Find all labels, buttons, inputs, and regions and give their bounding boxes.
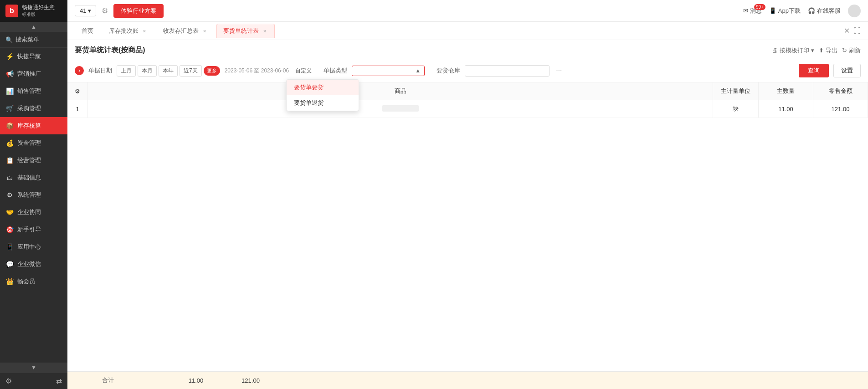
message-action[interactable]: ✉ 消息 99+ bbox=[743, 7, 762, 15]
print-icon: 🖨 bbox=[772, 47, 778, 54]
app-download-icon: 📱 bbox=[769, 7, 776, 14]
last-7-days-btn[interactable]: 近7天 bbox=[180, 65, 202, 77]
sidebar-item-label: 资金管理 bbox=[17, 139, 41, 147]
tab-expand-icon[interactable]: ⛶ bbox=[853, 27, 861, 35]
sidebar-item-basic-info[interactable]: 🗂 基础信息 bbox=[0, 169, 67, 186]
footer-values: 11.00 121.00 bbox=[114, 377, 278, 384]
store-selector[interactable]: 41 ▾ bbox=[75, 5, 96, 16]
sidebar-item-finance[interactable]: 💰 资金管理 bbox=[0, 134, 67, 152]
th-unit: 主计量单位 bbox=[713, 82, 759, 100]
tab-order-stats-close[interactable]: × bbox=[262, 28, 268, 34]
this-year-btn[interactable]: 本年 bbox=[159, 65, 178, 77]
print-btn[interactable]: 🖨 按模板打印 ▾ bbox=[772, 46, 814, 55]
sidebar-item-label: 新手引导 bbox=[17, 225, 41, 234]
print-label: 按模板打印 bbox=[780, 46, 809, 55]
sidebar-item-membership[interactable]: 👑 畅会员 bbox=[0, 273, 67, 290]
more-dates-btn[interactable]: 更多 bbox=[204, 66, 220, 76]
tab-stock-batch-close[interactable]: × bbox=[141, 28, 148, 34]
sidebar-item-wechat[interactable]: 💬 企业微信 bbox=[0, 256, 67, 273]
app-download-label: App下载 bbox=[778, 7, 801, 15]
type-select-chevron-icon[interactable]: ▲ bbox=[415, 67, 421, 74]
sidebar-item-label: 经营管理 bbox=[17, 156, 41, 164]
date-filter-label: 单据日期 bbox=[88, 67, 112, 75]
cell-num: 1 bbox=[67, 100, 88, 118]
tab-home[interactable]: 首页 bbox=[75, 24, 100, 38]
dropdown-item-return[interactable]: 要货单退货 bbox=[287, 95, 359, 111]
tab-bar-actions: ✕ ⛶ bbox=[844, 26, 861, 35]
sidebar-item-quick-nav[interactable]: ⚡ 快捷导航 bbox=[0, 48, 67, 65]
quick-nav-icon: ⚡ bbox=[5, 52, 14, 61]
avatar[interactable] bbox=[848, 5, 861, 17]
export-label: 导出 bbox=[826, 46, 837, 55]
header-right: ✉ 消息 99+ 📱 App下载 🎧 在线客服 bbox=[743, 5, 861, 17]
sidebar-item-sales[interactable]: 📊 销售管理 bbox=[0, 82, 67, 100]
inventory-icon: 📦 bbox=[5, 122, 14, 130]
online-service-action[interactable]: 🎧 在线客服 bbox=[808, 7, 841, 15]
column-settings-icon[interactable]: ⚙ bbox=[75, 88, 80, 95]
sidebar-search[interactable]: 🔍 搜索菜单 bbox=[0, 32, 67, 48]
app-download-action[interactable]: 📱 App下载 bbox=[769, 7, 801, 15]
sidebar-scroll-down[interactable]: ▼ bbox=[0, 363, 67, 373]
sidebar-item-app-center[interactable]: 📱 应用中心 bbox=[0, 238, 67, 256]
enterprise-icon: 🤝 bbox=[5, 208, 14, 216]
footer-quantity: 11.00 bbox=[169, 377, 223, 384]
sidebar-item-marketing[interactable]: 📢 营销推广 bbox=[0, 65, 67, 82]
tab-stock-batch[interactable]: 库存批次账 × bbox=[102, 24, 154, 38]
footer-amount: 121.00 bbox=[223, 377, 278, 384]
tab-order-stats[interactable]: 要货单统计表 × bbox=[216, 24, 275, 38]
custom-date-label[interactable]: 自定义 bbox=[295, 67, 312, 75]
last-month-btn[interactable]: 上月 bbox=[117, 65, 136, 77]
sidebar-item-label: 快捷导航 bbox=[17, 52, 41, 61]
tab-close-all-icon[interactable]: ✕ bbox=[844, 26, 850, 35]
sidebar-item-label: 基础信息 bbox=[17, 174, 41, 182]
this-month-btn[interactable]: 本月 bbox=[138, 65, 157, 77]
refresh-btn[interactable]: ↻ 刷新 bbox=[842, 46, 861, 55]
th-amount: 零售金额 bbox=[813, 82, 868, 100]
settings-icon[interactable]: ⚙ bbox=[102, 6, 108, 15]
table-container: ⚙ 商品 主计量单位 主数量 零售金额 1 块 bbox=[67, 82, 868, 371]
app-logo-icon: b bbox=[5, 5, 18, 17]
query-btn[interactable]: 查询 bbox=[799, 64, 829, 77]
sidebar-item-label: 企业协同 bbox=[17, 208, 41, 216]
tab-home-label: 首页 bbox=[82, 27, 93, 35]
export-btn[interactable]: ⬆ 导出 bbox=[819, 46, 837, 55]
sidebar-item-operations[interactable]: 📋 经营管理 bbox=[0, 152, 67, 169]
type-filter-input[interactable] bbox=[356, 67, 415, 74]
th-product: 商品 bbox=[88, 82, 713, 100]
sidebar-scroll-up[interactable]: ▲ bbox=[0, 22, 67, 32]
sidebar-item-purchase[interactable]: 🛒 采购管理 bbox=[0, 100, 67, 117]
tab-receivable-summary[interactable]: 收发存汇总表 × bbox=[156, 24, 215, 38]
table-settings-btn[interactable]: 设置 bbox=[833, 64, 861, 77]
search-icon: 🔍 bbox=[5, 36, 13, 43]
message-badge: 99+ bbox=[754, 4, 765, 10]
sidebar-item-enterprise[interactable]: 🤝 企业协同 bbox=[0, 204, 67, 221]
operations-icon: 📋 bbox=[5, 156, 14, 164]
filter-expand-btn[interactable]: › bbox=[75, 66, 84, 75]
tab-receivable-close[interactable]: × bbox=[201, 28, 208, 34]
data-table: ⚙ 商品 主计量单位 主数量 零售金额 1 块 bbox=[67, 82, 868, 118]
th-settings[interactable]: ⚙ bbox=[67, 82, 88, 100]
date-range-text: 2023-05-06 至 2023-06-06 bbox=[225, 67, 289, 75]
main-content: 41 ▾ ⚙ 体验行业方案 ✉ 消息 99+ 📱 App下载 🎧 在线客服 bbox=[67, 0, 868, 389]
dropdown-item-purchase[interactable]: 要货单要货 bbox=[287, 80, 359, 95]
warehouse-filter-input[interactable] bbox=[465, 65, 550, 77]
sidebar-collapse-icon[interactable]: ⇄ bbox=[56, 377, 62, 385]
sidebar-item-system[interactable]: ⚙ 系统管理 bbox=[0, 186, 67, 204]
page-content: 要货单统计表(按商品) 🖨 按模板打印 ▾ ⬆ 导出 ↻ 刷新 › bbox=[67, 40, 868, 389]
filter-more-icon[interactable]: ··· bbox=[556, 67, 562, 75]
sidebar-item-guide[interactable]: 🎯 新手引导 bbox=[0, 221, 67, 238]
basic-info-icon: 🗂 bbox=[5, 174, 14, 182]
refresh-icon: ↻ bbox=[842, 47, 847, 54]
warehouse-filter-label: 要货仓库 bbox=[437, 67, 460, 75]
chevron-down-icon: ▾ bbox=[88, 7, 91, 14]
table-footer: 合计 11.00 121.00 bbox=[67, 371, 868, 389]
sidebar-settings-icon[interactable]: ⚙ bbox=[5, 377, 12, 385]
industry-btn[interactable]: 体验行业方案 bbox=[113, 4, 164, 18]
product-name-placeholder bbox=[382, 105, 419, 112]
table-row: 1 块 11.00 121.00 bbox=[67, 100, 868, 118]
cell-product bbox=[88, 100, 713, 118]
sidebar-item-inventory[interactable]: 📦 库存核算 bbox=[0, 117, 67, 134]
sidebar-item-label: 系统管理 bbox=[17, 191, 41, 199]
type-filter-select[interactable]: ▲ bbox=[352, 66, 425, 76]
sidebar-item-label: 应用中心 bbox=[17, 243, 41, 251]
